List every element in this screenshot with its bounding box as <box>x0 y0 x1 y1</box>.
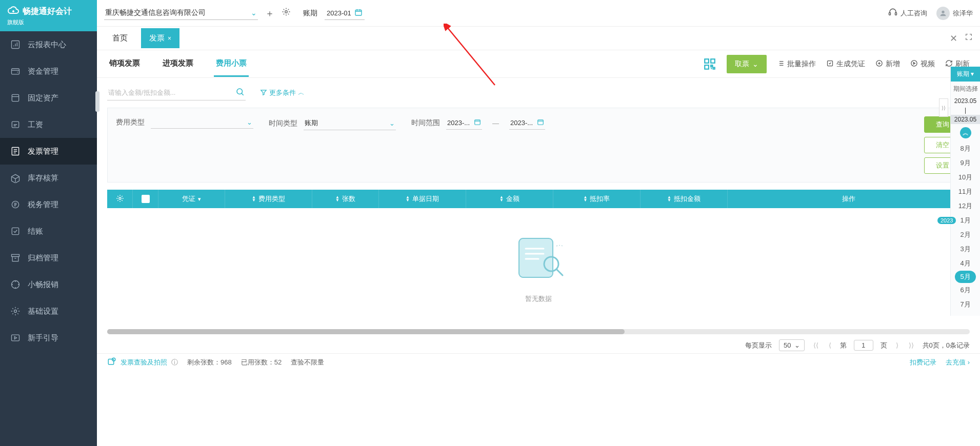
buy-link[interactable]: 去充值› <box>946 358 970 367</box>
col-expense-type[interactable]: ▲▼ 费用类型 <box>225 190 312 208</box>
sidebar-item-report[interactable]: 云报表中心 <box>0 31 97 58</box>
log-label: 扣费记录 <box>910 358 936 367</box>
salary-icon <box>10 119 21 130</box>
company-name: 重庆畅捷交通信息咨询有限公司 <box>105 8 206 17</box>
month-2[interactable]: 2月 <box>960 228 970 242</box>
period-selector[interactable]: 2023-01 <box>325 7 365 20</box>
voucher-action[interactable]: 生成凭证 <box>826 59 865 69</box>
get-invoice-button[interactable]: 取票 ⌄ <box>727 55 767 73</box>
empty-illustration-icon <box>508 231 569 287</box>
time-type-select[interactable]: 账期 ⌄ <box>304 116 396 130</box>
info-icon[interactable]: ⓘ <box>171 358 178 367</box>
year-badge: 2023 <box>937 217 956 224</box>
sort-icon[interactable]: ▲▼ <box>499 196 504 202</box>
col-voucher[interactable]: 凭证 ▾ <box>158 190 225 208</box>
month-4[interactable]: 4月 <box>960 256 970 271</box>
sidebar-item-salary[interactable]: 工资 <box>0 111 97 138</box>
log-link[interactable]: 扣费记录 <box>910 358 936 367</box>
col-count[interactable]: ▲▼ 张数 <box>312 190 379 208</box>
svg-rect-6 <box>12 228 18 234</box>
tab-close-icon[interactable]: × <box>168 35 171 42</box>
col-date[interactable]: ▲▼ 单据日期 <box>379 190 466 208</box>
company-selector[interactable]: 重庆畅捷交通信息咨询有限公司 ⌄ <box>104 6 258 20</box>
pager-page-input[interactable]: 1 <box>854 340 873 351</box>
fullscreen-icon[interactable] <box>965 33 973 44</box>
sort-icon[interactable]: ▲▼ <box>667 196 671 202</box>
checkbox-all[interactable] <box>142 195 150 203</box>
pager-next-icon[interactable]: ⟩ <box>894 341 900 349</box>
period-to[interactable]: 2023.05 <box>951 115 980 124</box>
user-menu[interactable]: 徐泽华 <box>936 7 973 20</box>
sidebar-item-expense[interactable]: 小畅报销 <box>0 271 97 298</box>
tab-home[interactable]: 首页 <box>104 28 136 48</box>
pager-last-icon[interactable]: ⟩⟩ <box>907 341 915 349</box>
batch-action[interactable]: 批量操作 <box>777 59 816 69</box>
sidebar-item-funds[interactable]: 资金管理 <box>0 58 97 85</box>
month-5[interactable]: 5月 <box>955 271 975 283</box>
period-panel-toggle[interactable]: ⟩⟩ <box>939 98 948 117</box>
pager-first-icon[interactable]: ⟨⟨ <box>812 341 820 349</box>
search-icon <box>235 87 245 98</box>
close-all-icon[interactable]: ✕ <box>950 33 957 44</box>
tab-invoice[interactable]: 发票 × <box>141 28 179 48</box>
time-range-label: 时间范围 <box>411 118 440 128</box>
sidebar-item-settings[interactable]: 基础设置 <box>0 298 97 325</box>
chevron-down-icon: ⌄ <box>389 119 395 127</box>
col-amount[interactable]: ▲▼ 金额 <box>466 190 553 208</box>
month-12[interactable]: 12月 <box>958 199 972 213</box>
period-from[interactable]: 2023.05 <box>954 96 976 106</box>
sidebar-item-label: 库存核算 <box>28 173 58 183</box>
month-10[interactable]: 10月 <box>958 170 972 185</box>
sidebar-item-closing[interactable]: 结账 <box>0 218 97 245</box>
sidebar-item-label: 小畅报销 <box>28 280 58 290</box>
date-to-input[interactable]: 2023-... <box>509 116 545 130</box>
per-page-select[interactable]: 50 ⌄ <box>779 339 804 351</box>
qr-icon[interactable] <box>703 57 716 71</box>
scroll-up-icon[interactable]: ︽ <box>960 127 971 138</box>
month-6[interactable]: 6月 <box>960 283 970 297</box>
sidebar-item-tax[interactable]: 税务管理 <box>0 191 97 218</box>
scrollbar-thumb[interactable] <box>107 329 625 334</box>
add-action[interactable]: 新增 <box>875 59 900 69</box>
inner-tab-output[interactable]: 销项发票 <box>107 51 142 77</box>
sort-icon[interactable]: ▲▼ <box>584 196 588 202</box>
col-checkbox[interactable] <box>133 190 158 208</box>
month-3[interactable]: 3月 <box>960 242 970 256</box>
filter-icon[interactable]: ▾ <box>198 196 201 202</box>
month-11[interactable]: 11月 <box>958 185 972 199</box>
sidebar-item-archive[interactable]: 归档管理 <box>0 245 97 271</box>
brand-name: 畅捷通好会计 <box>23 6 72 17</box>
inner-tab-expense[interactable]: 费用小票 <box>214 51 249 77</box>
inner-tab-input[interactable]: 进项发票 <box>161 51 195 77</box>
table: 凭证 ▾ ▲▼ 费用类型 ▲▼ 张数 ▲▼ 单据日期 ▲▼ 金额 <box>107 190 970 337</box>
funnel-icon <box>260 89 267 97</box>
sidebar-item-assets[interactable]: 固定资产 <box>0 85 97 111</box>
horizontal-scrollbar[interactable] <box>107 329 970 334</box>
sort-icon[interactable]: ▲▼ <box>252 196 256 202</box>
month-1[interactable]: 1月 <box>960 213 970 228</box>
col-deduct[interactable]: ▲▼ 抵扣金额 <box>641 190 728 208</box>
col-rate[interactable]: ▲▼ 抵扣率 <box>553 190 641 208</box>
period-panel-head[interactable]: 账期 ▾ <box>951 67 980 82</box>
settings-icon[interactable] <box>282 7 291 19</box>
add-company-icon[interactable]: ＋ <box>265 7 274 19</box>
sort-icon[interactable]: ▲▼ <box>406 196 410 202</box>
sidebar-item-inventory[interactable]: 库存核算 <box>0 165 97 191</box>
more-filters-toggle[interactable]: 更多条件 ︿ <box>260 88 305 97</box>
month-9[interactable]: 9月 <box>960 156 970 170</box>
inventory-icon <box>10 173 21 183</box>
expense-type-select[interactable]: ⌄ <box>151 116 253 129</box>
pager-prev-icon[interactable]: ⟨ <box>827 341 833 349</box>
wallet-icon <box>10 66 21 76</box>
help-link[interactable]: 人工咨询 <box>888 8 927 18</box>
per-page-value: 50 <box>784 341 791 349</box>
month-8[interactable]: 8月 <box>960 141 970 156</box>
sort-icon[interactable]: ▲▼ <box>335 196 339 202</box>
sidebar-item-invoice[interactable]: 发票管理 <box>0 138 97 165</box>
date-from-input[interactable]: 2023-... <box>446 116 482 130</box>
search-input[interactable]: 请输入金额/抵扣金额... <box>107 85 246 100</box>
sidebar-item-guide[interactable]: 新手引导 <box>0 325 97 351</box>
col-settings[interactable] <box>107 190 133 208</box>
video-action[interactable]: 视频 <box>910 59 935 69</box>
month-7[interactable]: 7月 <box>960 297 970 312</box>
